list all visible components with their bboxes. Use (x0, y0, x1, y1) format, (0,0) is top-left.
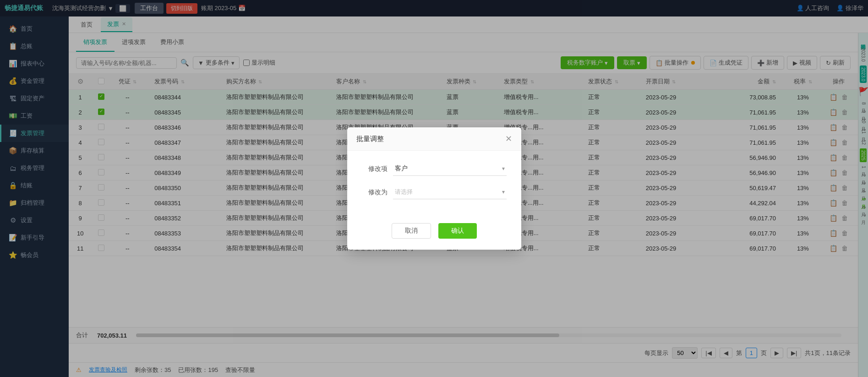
batch-adjust-modal: 批量调整 ✕ 修改项 客户 ▾ 修改为 请选择 ▾ 取消 确认 (347, 127, 521, 250)
modal-header: 批量调整 ✕ (347, 127, 521, 151)
modal-body: 修改项 客户 ▾ 修改为 请选择 ▾ (347, 151, 521, 219)
modal-value-row: 修改为 请选择 ▾ (362, 185, 507, 199)
modal-confirm-btn[interactable]: 确认 (438, 223, 477, 239)
modal-field-row: 修改项 客户 ▾ (362, 162, 507, 176)
modal-title: 批量调整 (356, 135, 384, 143)
modal-value-placeholder: 请选择 (395, 188, 413, 196)
modal-field-value: 客户 (395, 164, 408, 173)
modal-value-select[interactable]: 请选择 ▾ (393, 185, 507, 199)
modal-field-select[interactable]: 客户 ▾ (393, 162, 507, 176)
modal-cancel-btn[interactable]: 取消 (392, 223, 431, 239)
modal-value-label: 修改为 (362, 188, 388, 197)
modal-footer: 取消 确认 (347, 219, 521, 250)
modal-overlay[interactable]: 批量调整 ✕ 修改项 客户 ▾ 修改为 请选择 ▾ 取消 确认 (0, 0, 868, 377)
modal-close-btn[interactable]: ✕ (505, 134, 512, 144)
modal-value-chevron-icon: ▾ (502, 189, 505, 195)
modal-field-chevron-icon: ▾ (502, 165, 505, 172)
modal-field-label: 修改项 (362, 165, 388, 173)
